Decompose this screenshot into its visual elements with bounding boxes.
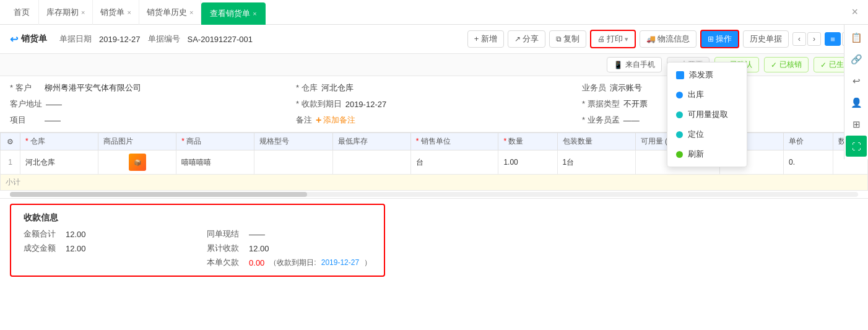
tab-view-sales[interactable]: 查看销货单 × [201,2,265,25]
customer-field: * 客户 柳州粤港平安气体有限公司 [10,82,286,93]
available-qty-icon [676,111,683,118]
right-btn-undo[interactable]: ↩ [846,71,867,92]
subtotal-label: 小计 [1,175,868,191]
operation-button[interactable]: ⊞ 操作 [700,30,739,48]
doc-title: ↩ 销货单 [10,33,47,45]
payment-section: 收款信息 金额合计 12.00 同单现结 —— 成交金额 12.00 累计收款 … [0,199,868,330]
row-image: 📦 [98,150,176,175]
col-qty: * 数量 [498,133,557,150]
due-value: 0.00 [249,258,264,267]
product-thumbnail: 📦 [129,154,146,171]
cumulative-value: 12.00 [249,244,269,253]
locate-item[interactable]: 定位 [667,124,747,144]
total-label: 金额合计 [24,228,61,240]
tab-bar: 首页 库存期初 × 销货单 × 销货单历史 × 查看销货单 × × [0,0,868,25]
payment-box: 收款信息 金额合计 12.00 同单现结 —— 成交金额 12.00 累计收款 … [10,204,385,277]
add-invoice-item[interactable]: 添发票 [667,65,747,85]
refresh-item[interactable]: 刷新 [667,144,747,164]
table-scrollbar[interactable] [10,192,858,197]
tab-sales-history[interactable]: 销货单历史 × [139,0,201,25]
col-package-qty: 包装数量 [557,133,635,150]
customer-value: 柳州粤港平安气体有限公司 [45,82,141,93]
warehouse-value: 河北仓库 [321,82,354,93]
row-package-qty: 1台 [557,150,635,175]
available-qty-item[interactable]: 可用量提取 [667,105,747,124]
employee2-value: —— [623,116,640,125]
copy-button[interactable]: ⧉ 复制 [549,30,586,48]
deal-label: 成交金额 [24,243,61,254]
tab-inventory-init[interactable]: 库存期初 × [39,0,93,25]
subtotal-row: 小计 [1,175,868,191]
tab-close-history[interactable]: × [189,9,193,16]
right-btn-expand[interactable]: ⛶ [846,136,867,157]
address-value: —— [46,100,62,109]
right-btn-copy[interactable]: 📋 [846,27,867,48]
employee2-label: * 业务员孟 [582,115,620,126]
print-button[interactable]: 🖨 打印 ▾ [590,30,636,48]
project-field: 项目 —— [10,115,286,126]
tab-close-view[interactable]: × [253,10,256,17]
due-date-label: * 收款到期日 [296,98,342,110]
project-label: 项目 [10,115,41,126]
doc-icon: ↩ [10,33,18,45]
col-settings[interactable]: ⚙ [1,133,20,150]
from-mobile-btn[interactable]: 📱 来自手机 [607,57,662,72]
deal-value: 12.00 [66,244,86,253]
ticket-label: * 票据类型 [582,98,620,110]
due-date-field: * 收款到期日 2019-12-27 [296,98,572,110]
ticket-value: 不开票 [623,98,648,110]
due-amount: 本单欠款 0.00 （收款到期日: 2019-12-27 ） [207,257,371,268]
col-min-stock: 最低库存 [332,133,410,150]
tab-sales-order[interactable]: 销货单 × [93,0,139,25]
row-qty: 1.00 [498,150,557,175]
row-num: 1 [1,150,20,175]
operation-dropdown: 添发票 出库 可用量提取 定位 刷新 [667,62,747,167]
doc-date-label: 单据日期 [59,33,92,45]
col-warehouse: * 仓库 [20,133,98,150]
add-invoice-icon [676,71,684,79]
outbound-item[interactable]: 出库 [667,85,747,105]
col-image: 商品图片 [98,133,176,150]
due-note-end: ） [364,258,371,268]
tab-home[interactable]: 首页 [5,0,39,25]
row-min-stock [332,150,410,175]
share-button[interactable]: ↗ 分享 [508,30,545,48]
col-spec: 规格型号 [254,133,332,150]
right-btn-user[interactable]: 👤 [846,92,867,113]
tab-close-sales[interactable]: × [127,9,131,16]
deal-amount: 成交金额 12.00 [24,243,188,254]
logistics-button[interactable]: 🚚 物流信息 [640,30,697,48]
right-btn-link[interactable]: 🔗 [846,49,867,70]
voided-btn[interactable]: ✓ 已核销 [764,57,809,72]
total-value: 12.00 [66,230,86,239]
locate-icon [676,131,683,138]
nav-arrows: ‹ › [792,32,821,46]
col-product: * 商品 [176,133,254,150]
history-button[interactable]: 历史单据 [743,30,789,48]
row-warehouse: 河北仓库 [20,150,98,175]
doc-header: ↩ 销货单 单据日期 2019-12-27 单据编号 SA-20191227-0… [0,25,868,54]
warehouse-label: * 仓库 [296,82,318,93]
due-date-value: 2019-12-27 [345,100,387,109]
project-value: —— [45,116,61,125]
window-close-button[interactable]: × [851,6,858,19]
customer-label: * 客户 [10,82,41,93]
row-product: 嘻嘻嘻嘻 [176,150,254,175]
due-label: 本单欠款 [207,257,244,268]
doc-number-value: SA-20191227-001 [188,35,253,44]
row-price: 0. [784,150,833,175]
same-order-value: —— [249,230,265,239]
nav-next[interactable]: › [807,32,821,46]
tab-close-inventory[interactable]: × [81,9,85,16]
nav-prev[interactable]: ‹ [792,32,806,46]
add-note-button[interactable]: + 添加备注 [316,115,355,126]
outbound-icon [676,92,683,98]
same-order-label: 同单现结 [207,228,244,240]
col-price: 单价 [784,133,833,150]
col-unit: * 销售单位 [410,133,498,150]
view-list-button[interactable]: ≡ [825,32,841,46]
new-button[interactable]: + 新增 [467,30,504,48]
warehouse-field: * 仓库 河北仓库 [296,82,572,93]
row-unit: 台 [410,150,498,175]
right-btn-grid[interactable]: ⊞ [846,114,867,135]
